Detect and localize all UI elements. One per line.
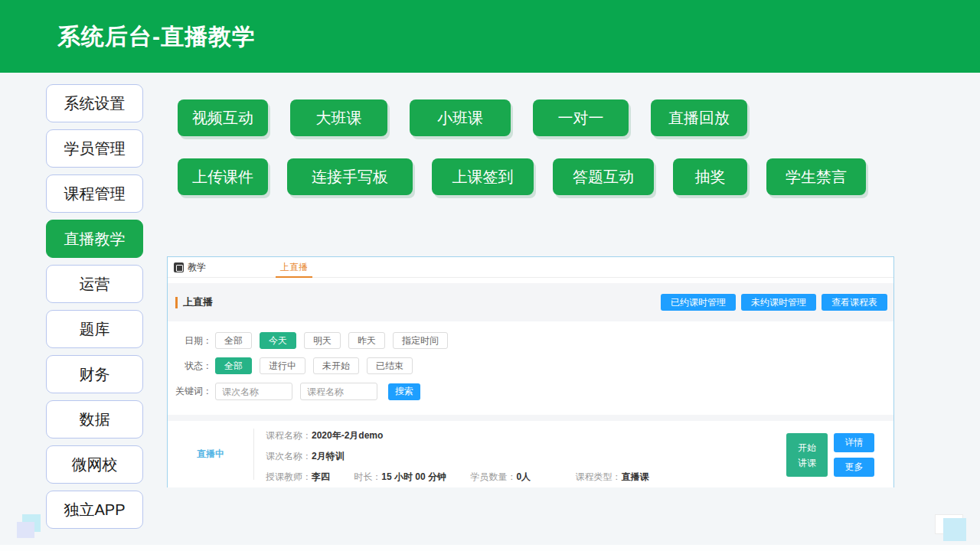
date-filter-row: 日期： 全部 今天 明天 昨天 指定时间 xyxy=(172,332,893,349)
sidebar-item-student-management[interactable]: 学员管理 xyxy=(46,129,143,168)
teacher-label: 授课教师： xyxy=(266,471,312,482)
feature-connect-tablet[interactable]: 连接手写板 xyxy=(287,158,413,195)
feature-lottery[interactable]: 抽奖 xyxy=(673,158,747,195)
feature-row-1: 视频互动 大班课 小班课 一对一 直播回放 xyxy=(178,99,747,136)
status-chip-ongoing[interactable]: 进行中 xyxy=(260,357,305,374)
status-chip-all[interactable]: 全部 xyxy=(215,357,252,374)
lesson-name-input[interactable] xyxy=(215,383,292,400)
keyword-filter-label: 关键词： xyxy=(172,385,212,398)
decor-square-cyan-right xyxy=(943,518,966,541)
duration-value: 15 小时 00 分钟 xyxy=(381,471,446,482)
course-name-line: 课程名称：2020年-2月demo xyxy=(266,429,670,442)
bottom-strip xyxy=(0,545,980,551)
lesson-name-label: 课次名称： xyxy=(266,451,312,461)
course-type-value: 直播课 xyxy=(621,471,648,482)
students-group: 学员数量：0人 xyxy=(470,471,531,482)
date-chip-yesterday[interactable]: 昨天 xyxy=(348,332,385,349)
duration-label: 时长： xyxy=(354,471,381,482)
booked-sessions-button[interactable]: 已约课时管理 xyxy=(661,294,736,311)
feature-one-on-one[interactable]: 一对一 xyxy=(533,99,629,136)
feature-mute-students[interactable]: 学生禁言 xyxy=(766,158,866,195)
date-chip-custom[interactable]: 指定时间 xyxy=(393,332,448,349)
course-row: 直播中 课程名称：2020年-2月demo 课次名称：2月特训 授课教师：李四 … xyxy=(168,421,893,487)
lesson-name-line: 课次名称：2月特训 xyxy=(266,450,670,463)
course-name-value: 2020年-2月demo xyxy=(312,430,383,441)
sidebar-item-standalone-app[interactable]: 独立APP xyxy=(46,491,143,529)
course-details: 课程名称：2020年-2月demo 课次名称：2月特训 授课教师：李四 时长：1… xyxy=(254,421,670,487)
status-filter-label: 状态： xyxy=(172,360,212,373)
sidebar-item-operations[interactable]: 运营 xyxy=(46,265,143,303)
students-value: 0人 xyxy=(516,471,531,482)
teacher-value: 李四 xyxy=(312,471,330,482)
status-chip-ended[interactable]: 已结束 xyxy=(367,357,413,374)
feature-large-class[interactable]: 大班课 xyxy=(290,99,387,136)
section-titlebar: 上直播 已约课时管理 未约课时管理 查看课程表 xyxy=(168,283,893,321)
feature-quiz-interaction[interactable]: 答题互动 xyxy=(553,158,654,195)
view-schedule-button[interactable]: 查看课程表 xyxy=(822,294,887,311)
course-name-input[interactable] xyxy=(300,383,377,400)
status-column: 直播中 xyxy=(168,421,253,487)
sidebar-item-system-settings[interactable]: 系统设置 xyxy=(46,84,143,122)
teacher-group: 授课教师：李四 xyxy=(266,471,330,482)
orange-accent-bar xyxy=(175,297,178,308)
panel-tabbar: 教学 上直播 xyxy=(168,257,893,278)
teach-app-icon xyxy=(174,262,184,272)
filter-area: 日期： 全部 今天 明天 昨天 指定时间 状态： 全部 进行中 未开始 已结束 … xyxy=(168,321,893,415)
type-group: 课程类型：直播课 xyxy=(575,471,648,482)
unbooked-sessions-button[interactable]: 未约课时管理 xyxy=(741,294,816,311)
duration-group: 时长：15 小时 00 分钟 xyxy=(354,471,446,482)
sidebar-item-finance[interactable]: 财务 xyxy=(46,355,143,393)
feature-video-interaction[interactable]: 视频互动 xyxy=(178,99,268,136)
date-chip-tomorrow[interactable]: 明天 xyxy=(304,332,341,349)
status-chip-not-started[interactable]: 未开始 xyxy=(313,357,359,374)
admin-panel: 教学 上直播 上直播 已约课时管理 未约课时管理 查看课程表 日期： 全部 今天… xyxy=(167,256,894,487)
search-button[interactable]: 搜索 xyxy=(388,383,420,400)
sidebar-item-live-teaching[interactable]: 直播教学 xyxy=(46,220,143,258)
feature-class-checkin[interactable]: 上课签到 xyxy=(432,158,534,195)
sidebar-item-course-management[interactable]: 课程管理 xyxy=(46,174,143,213)
sidebar-item-question-bank[interactable]: 题库 xyxy=(46,310,143,348)
keyword-filter-row: 关键词： 搜索 xyxy=(172,383,893,400)
lesson-name-value: 2月特训 xyxy=(312,451,345,461)
section-title-text: 上直播 xyxy=(183,295,213,309)
feature-live-replay[interactable]: 直播回放 xyxy=(651,99,747,136)
sidebar: 系统设置 学员管理 课程管理 直播教学 运营 题库 财务 数据 微网校 独立AP… xyxy=(46,84,143,536)
students-label: 学员数量： xyxy=(470,471,516,482)
live-status-badge: 直播中 xyxy=(197,448,224,461)
section-title: 上直播 xyxy=(175,295,213,309)
date-chip-today[interactable]: 今天 xyxy=(260,332,296,349)
date-filter-label: 日期： xyxy=(172,334,212,347)
feature-upload-courseware[interactable]: 上传课件 xyxy=(178,158,268,195)
spacer xyxy=(168,278,893,283)
tab-go-live[interactable]: 上直播 xyxy=(275,257,313,278)
spacer xyxy=(168,415,893,421)
course-type-label: 课程类型： xyxy=(575,471,621,482)
app-label: 教学 xyxy=(188,261,206,274)
status-filter-row: 状态： 全部 进行中 未开始 已结束 xyxy=(172,357,893,374)
start-teaching-button[interactable]: 开始讲课 xyxy=(786,433,828,477)
page-title: 系统后台-直播教学 xyxy=(57,21,256,52)
feature-row-2: 上传课件 连接手写板 上课签到 答题互动 抽奖 学生禁言 xyxy=(178,158,866,195)
sidebar-item-data[interactable]: 数据 xyxy=(46,400,143,439)
more-button[interactable]: 更多 xyxy=(834,458,874,477)
feature-small-class[interactable]: 小班课 xyxy=(410,99,511,136)
page-header: 系统后台-直播教学 xyxy=(0,0,980,73)
course-meta-line: 授课教师：李四 时长：15 小时 00 分钟 学员数量：0人 课程类型：直播课 xyxy=(266,471,670,484)
panel-actions: 已约课时管理 未约课时管理 查看课程表 xyxy=(661,294,887,311)
sidebar-item-micro-school[interactable]: 微网校 xyxy=(46,445,143,484)
course-name-label: 课程名称： xyxy=(266,430,312,441)
detail-button[interactable]: 详情 xyxy=(834,433,874,452)
date-chip-all[interactable]: 全部 xyxy=(215,332,252,349)
decor-square-lavender-left xyxy=(17,522,34,538)
